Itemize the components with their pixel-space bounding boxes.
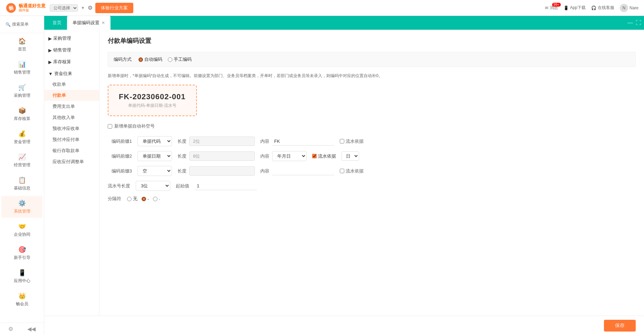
content1-input[interactable] [272,137,334,146]
manual-code-option[interactable]: 手工编码 [168,56,192,63]
sep-dash-option[interactable]: - [142,196,149,202]
settings-btn[interactable]: ⚙ [88,4,93,11]
content1-label: 内容 [260,138,269,145]
sales-icon: 📊 [18,61,26,68]
sub-header-purchase[interactable]: ▶ 采购管理 [44,33,99,44]
purchase-icon: 🛒 [18,84,26,91]
svg-text:畅: 畅 [9,5,13,11]
serial2-checkbox[interactable] [312,154,317,158]
sub-item-pre-pay[interactable]: 预付冲应付单 [44,134,99,145]
auto-fill-checkbox[interactable] [108,124,112,129]
prefix3-select[interactable]: 空 单据代码 单据日期 [137,166,172,176]
auto-fill-label: 新增单据自动补空号 [114,123,155,129]
coding-method-radios: 自动编码 手工编码 [138,56,192,63]
collapse-btn[interactable]: ◀◀ [27,326,36,332]
sidebar-item-newbie[interactable]: 🎯 新手引导 [1,242,42,264]
content3-group: 内容 [260,167,334,175]
serial-length-select[interactable]: 3位 4位 5位 6位 [136,181,170,191]
auto-code-radio[interactable] [138,57,143,62]
tab-code-settings[interactable]: 单据编码设置 ✕ [67,16,110,30]
sidebar-label-finance: 资金管理 [14,139,30,145]
auto-code-option[interactable]: 自动编码 [138,56,162,63]
username-label: Nare [629,6,638,10]
search-menu-btn[interactable]: 🔍 搜索菜单 [3,19,41,29]
newbie-icon: 🎯 [18,246,26,253]
sidebar-label-home: 首页 [18,46,26,52]
app-title: 畅通道好生意 [19,3,46,9]
sidebar-item-purchase[interactable]: 🛒 采购管理 [1,80,42,102]
sep-dot-option[interactable]: · [153,196,160,202]
sub-item-expense[interactable]: 费用支出单 [44,101,99,112]
sidebar-label-purchase: 采购管理 [14,93,30,99]
sub-item-pre-recv[interactable]: 预收冲应收单 [44,123,99,134]
sep-dash-radio[interactable] [142,197,146,201]
appcenter-icon: 📱 [18,269,26,277]
sub-header-capital[interactable]: ▼ 资金往来 [44,68,99,79]
serial3-checkbox[interactable] [340,169,344,173]
sidebar-item-member[interactable]: 👑 畅会员 [1,289,42,310]
sep-dot-radio[interactable] [153,197,157,201]
tab-close-icon[interactable]: ✕ [102,20,105,25]
sidebar-item-inventory[interactable]: 📦 库存核算 [1,103,42,125]
partner-icon: 🤝 [18,223,26,230]
prefix2-select[interactable]: 单据日期 空 [137,151,172,161]
content3-input[interactable] [272,167,334,175]
tab-home[interactable]: 首页 [47,16,67,30]
sub-item-bank[interactable]: 银行存取款单 [44,145,99,156]
content2-select[interactable]: 年月日 年月 年 [272,151,307,161]
online-service-btn[interactable]: 🎧 在线客服 [591,5,614,11]
maximize-icon[interactable]: ⛶ [636,20,641,26]
start-value-label: 起始值 [176,183,189,189]
day-select[interactable]: 日 月 年 [342,151,359,161]
sidebar-label-newbie: 新手引导 [14,255,30,261]
sep-none-option[interactable]: 无 [127,196,137,202]
sidebar-item-system[interactable]: ⚙️ 系统管理 [1,196,42,218]
settings-bottom-btn[interactable]: ⚙ [8,326,13,332]
sub-header-sales[interactable]: ▶ 销售管理 [44,45,99,55]
sub-group-capital: ▼ 资金往来 收款单 付款单 费用支出单 其他收入单 预收冲应收单 预付冲应付单… [44,68,99,168]
search-icon: 🔍 [6,22,11,27]
sep-dot-label: · [159,196,160,202]
sidebar-item-home[interactable]: 🏠 首页 [1,34,42,56]
app-download-btn[interactable]: 📱 App下载 [564,5,586,11]
sep-none-label: 无 [133,196,137,202]
minimize-icon[interactable]: — [627,20,633,26]
sidebar-label-sales: 销售管理 [14,69,30,75]
prefix3-row: 编码前缀3 空 单据代码 单据日期 长度 内容 流水依据 [108,166,636,176]
serial1-checkbox[interactable] [340,139,344,143]
sub-item-ap-adjust[interactable]: 应收应付调整单 [44,156,99,167]
save-button[interactable]: 保存 [604,320,636,332]
prefix1-select[interactable]: 单据代码 空 [137,136,172,146]
coding-method-label: 编码方式 [114,56,132,63]
start-value-input[interactable] [195,182,257,190]
sub-item-other-income[interactable]: 其他收入单 [44,112,99,123]
experience-btn[interactable]: 体验行业方案 [95,3,133,13]
sidebar-item-operation[interactable]: 📈 经营管理 [1,150,42,171]
company-select[interactable]: 公司选择 [50,4,78,12]
page-footer: 保存 [44,316,644,335]
sidebar-item-sales[interactable]: 📊 销售管理 [1,57,42,79]
message-btn[interactable]: ✉ 消息 99+ [545,5,558,11]
page-content-area: 付款单编码设置 编码方式 自动编码 手工编码 新增单据时，*单据编码*自动生成，… [99,30,644,335]
sidebar-item-appcenter[interactable]: 📱 应用中心 [1,266,42,287]
user-btn[interactable]: N Nare [620,4,638,12]
sub-label-inventory: 库存核算 [53,59,71,65]
code-preview-main: FK-20230602-001 [119,92,186,101]
sub-item-payment[interactable]: 付款单 [44,90,99,101]
dropdown-icon: ▼ [81,6,85,10]
length1-group: 长度 [177,137,255,146]
sidebar-item-partner[interactable]: 🤝 企业协同 [1,219,42,241]
sub-header-inventory[interactable]: ▶ 库存核算 [44,57,99,67]
sep-none-radio[interactable] [127,197,132,201]
prefix2-label: 编码前缀2 [108,153,132,159]
serial1-checkbox-group: 流水依据 [340,138,364,145]
sidebar-item-basic[interactable]: 📋 基础信息 [1,173,42,195]
user-avatar: N [620,4,628,12]
manual-code-radio[interactable] [168,57,172,62]
sub-item-receipt[interactable]: 收款单 [44,79,99,90]
page-title: 付款单编码设置 [108,37,636,45]
sidebar-item-finance[interactable]: 💰 资金管理 [1,127,42,148]
prefix1-label: 编码前缀1 [108,138,132,145]
mobile-icon: 📱 [564,6,569,10]
length3-label: 长度 [177,168,186,174]
